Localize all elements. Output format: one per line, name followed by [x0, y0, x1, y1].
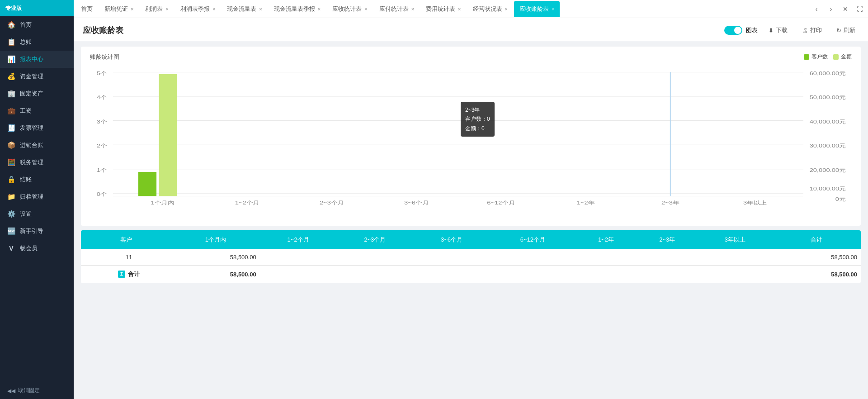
- inventory-icon: 📦: [7, 141, 15, 149]
- refresh-button[interactable]: ↻ 刷新: [833, 24, 859, 36]
- cell-m4: [413, 249, 490, 266]
- tab-close-icon[interactable]: ×: [505, 6, 508, 12]
- sidebar-item-label: 新手引导: [20, 227, 43, 235]
- sidebar-item-salary[interactable]: 💼 工资: [0, 102, 74, 119]
- sidebar-item-ledger[interactable]: 📋 总账: [0, 33, 74, 51]
- tab-operation[interactable]: 经营状况表 ×: [467, 1, 513, 17]
- sidebar-item-settings[interactable]: ⚙️ 设置: [0, 205, 74, 223]
- sidebar-item-archive[interactable]: 📁 归档管理: [0, 188, 74, 205]
- legend-customers-dot: [804, 54, 809, 60]
- svg-text:30,000.00元: 30,000.00元: [810, 143, 846, 149]
- svg-text:50,000.00元: 50,000.00元: [810, 95, 846, 100]
- sidebar-item-label: 总账: [20, 38, 32, 46]
- collapse-icon: ◀◀: [7, 388, 15, 394]
- svg-text:20,000.00元: 20,000.00元: [810, 167, 846, 173]
- svg-text:0元: 0元: [835, 196, 846, 202]
- sidebar-item-label: 归档管理: [20, 193, 43, 201]
- tab-close-icon[interactable]: ×: [212, 6, 215, 12]
- sidebar-item-assets[interactable]: 🏢 固定资产: [0, 85, 74, 102]
- chart-svg-container: 5个 4个 3个 2个 1个 0个 60,000.00元 50,000.00元 …: [90, 66, 852, 219]
- tab-close-all-button[interactable]: ✕: [839, 3, 852, 15]
- tab-close-icon[interactable]: ×: [458, 6, 461, 12]
- table-total-row: Σ 合计 58,500.00 58,500.00: [81, 266, 861, 283]
- invoice-icon: 🧾: [7, 124, 15, 132]
- cell-m8: [698, 249, 772, 266]
- guide-icon: 🆕: [7, 227, 15, 235]
- tab-fullscreen-button[interactable]: ⛶: [854, 3, 866, 15]
- chart-title: 账龄统计图: [90, 53, 852, 61]
- tab-close-icon[interactable]: ×: [552, 6, 554, 12]
- cell-customer: 11: [81, 249, 171, 266]
- tab-ar-aging[interactable]: 应收账龄表 ×: [514, 1, 560, 17]
- tab-ap-stats[interactable]: 应付统计表 ×: [374, 1, 420, 17]
- total-m2: [260, 266, 337, 283]
- tab-close-icon[interactable]: ×: [165, 6, 168, 12]
- tab-label: 现金流量表季报: [274, 5, 315, 13]
- home-icon: 🏠: [7, 21, 15, 29]
- col-m7: 2~3年: [637, 230, 698, 249]
- sidebar-item-label: 发票管理: [20, 124, 43, 132]
- cell-m3: [336, 249, 413, 266]
- sidebar-item-tax[interactable]: 🧮 税务管理: [0, 154, 74, 171]
- chart-toggle[interactable]: [724, 26, 742, 35]
- sidebar-item-home[interactable]: 🏠 首页: [0, 16, 74, 33]
- sidebar-item-label: 工资: [20, 107, 32, 115]
- sidebar-item-inventory[interactable]: 📦 进销台账: [0, 137, 74, 154]
- svg-text:2~3年: 2~3年: [661, 200, 679, 206]
- sidebar-item-label: 设置: [20, 210, 32, 218]
- col-m1: 1个月内: [171, 230, 260, 249]
- tab-cashflow[interactable]: 现金流量表 ×: [222, 1, 267, 17]
- svg-text:4个: 4个: [97, 95, 107, 100]
- page-content: 应收账龄表 图表 ⬇ 下载 🖨 打印 ↻ 刷新: [74, 18, 868, 399]
- tab-ar-stats[interactable]: 应收统计表 ×: [327, 1, 373, 17]
- cell-total: 58,500.00: [772, 249, 861, 266]
- sidebar-item-label: 进销台账: [20, 141, 43, 149]
- tab-voucher[interactable]: 新增凭证 ×: [99, 1, 139, 17]
- sidebar-item-funds[interactable]: 💰 资金管理: [0, 68, 74, 85]
- col-total: 合计: [772, 230, 861, 249]
- sidebar-collapse[interactable]: ◀◀ 取消固定: [0, 382, 74, 399]
- tab-profit[interactable]: 利润表 ×: [140, 1, 174, 17]
- download-button[interactable]: ⬇ 下载: [765, 24, 791, 36]
- cell-m2: [260, 249, 337, 266]
- sidebar-item-guide[interactable]: 🆕 新手引导: [0, 223, 74, 240]
- assets-icon: 🏢: [7, 90, 15, 98]
- print-button[interactable]: 🖨 打印: [798, 24, 826, 36]
- legend-amount: 金额: [833, 53, 852, 61]
- sidebar-item-label: 报表中心: [20, 55, 43, 63]
- tab-label: 应收账龄表: [519, 5, 549, 13]
- sidebar-item-vip[interactable]: V 畅会员: [0, 240, 74, 257]
- svg-text:3~6个月: 3~6个月: [404, 200, 429, 206]
- col-m5: 6~12个月: [490, 230, 576, 249]
- page-header: 应收账龄表 图表 ⬇ 下载 🖨 打印 ↻ 刷新: [74, 18, 868, 41]
- total-text: 合计: [128, 270, 140, 278]
- sidebar-item-label: 税务管理: [20, 158, 43, 166]
- tab-cashflow-season[interactable]: 现金流量表季报 ×: [269, 1, 326, 17]
- sidebar-item-report[interactable]: 📊 报表中心: [0, 51, 74, 68]
- sidebar-item-invoice[interactable]: 🧾 发票管理: [0, 119, 74, 137]
- tab-close-icon[interactable]: ×: [364, 6, 367, 12]
- total-m3: [336, 266, 413, 283]
- tab-next-button[interactable]: ›: [825, 3, 837, 15]
- print-icon: 🖨: [802, 27, 808, 34]
- tab-prev-button[interactable]: ‹: [810, 3, 823, 15]
- sidebar-item-label: 首页: [20, 21, 32, 29]
- tab-close-icon[interactable]: ×: [259, 6, 262, 12]
- table-row: 11 58,500.00 58,500.00: [81, 249, 861, 266]
- tab-profit-season[interactable]: 利润表季报 ×: [175, 1, 221, 17]
- tab-home[interactable]: 首页: [75, 1, 98, 17]
- total-label: Σ 合计: [90, 270, 168, 278]
- tab-close-icon[interactable]: ×: [131, 6, 133, 12]
- col-m3: 2~3个月: [336, 230, 413, 249]
- sidebar-item-close[interactable]: 🔒 结账: [0, 171, 74, 188]
- chart-toggle-wrap: 图表: [724, 26, 758, 35]
- table-wrap: 客户 1个月内 1~2个月 2~3个月 3~6个月 6~12个月 1~2年 2~…: [81, 230, 861, 283]
- refresh-icon: ↻: [836, 27, 841, 34]
- tab-bar: 首页 新增凭证 × 利润表 × 利润表季报 × 现金流量表 × 现金流量表季报 …: [74, 0, 868, 18]
- tab-label: 费用统计表: [426, 5, 455, 13]
- tab-close-icon[interactable]: ×: [318, 6, 321, 12]
- tab-label: 现金流量表: [227, 5, 256, 13]
- tab-expense[interactable]: 费用统计表 ×: [420, 1, 466, 17]
- tab-close-icon[interactable]: ×: [411, 6, 414, 12]
- sidebar-item-label: 畅会员: [20, 244, 38, 252]
